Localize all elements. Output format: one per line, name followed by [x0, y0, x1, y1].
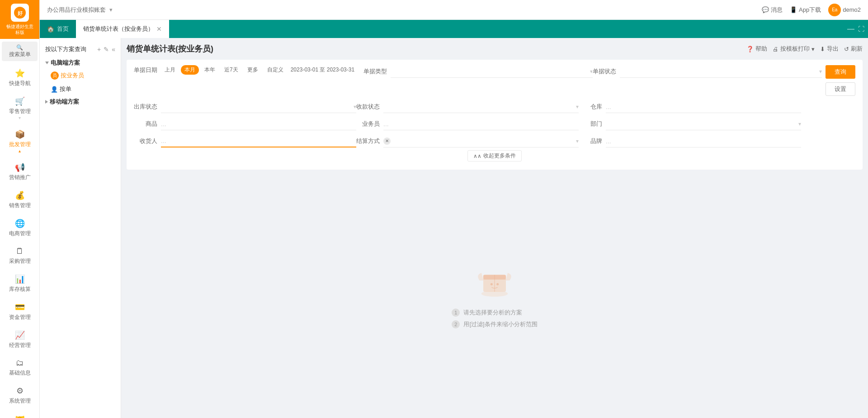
sidebar-item-inventory[interactable]: 📊 库存核算 [0, 270, 39, 298]
department-input[interactable]: ▾ [606, 118, 801, 130]
date-tab-7days[interactable]: 近7天 [221, 65, 242, 75]
date-tab-this-month[interactable]: 本月 [181, 65, 199, 75]
collapse-button[interactable]: ∧∧ 收起更多条件 [467, 150, 522, 162]
wholesale-arrow-icon: ▴ [19, 148, 21, 153]
sidebar-item-sales[interactable]: 💰 销售管理 [0, 186, 39, 214]
sidebar-item-operations[interactable]: 📈 经营管理 [0, 326, 39, 354]
settlement-input[interactable]: ✕ ▾ [383, 135, 579, 147]
brand-dots[interactable]: ... [606, 138, 611, 145]
ecommerce-icon: 🌐 [15, 218, 25, 228]
query-button[interactable]: 查询 [826, 65, 855, 79]
tree-group-desktop[interactable]: 电脑端方案 [40, 57, 121, 69]
out-status-input[interactable]: ▾ [161, 100, 356, 113]
tree-item-by-salesperson[interactable]: 员 按业务员 [40, 69, 121, 82]
refresh-button[interactable]: ↺ 刷新 [844, 45, 863, 53]
nav-dropdown-icon[interactable]: ▾ [109, 6, 113, 13]
retail-arrow-icon: ▾ [19, 115, 21, 120]
sidebar-item-ecommerce[interactable]: 🌐 电商管理 [0, 214, 39, 242]
help-label: 帮助 [755, 45, 767, 53]
recipient-input[interactable]: ... [161, 135, 356, 147]
sidebar-item-purchase[interactable]: 🗒 采购管理 [0, 242, 39, 270]
sidebar-item-quick-nav[interactable]: ⭐ 快捷导航 [0, 64, 39, 92]
brand-input[interactable]: ... [606, 135, 801, 147]
settlement-clear-button[interactable]: ✕ [383, 138, 391, 145]
collect-status-input[interactable]: ▾ [383, 100, 579, 113]
retail-icon: 🛒 [15, 96, 25, 106]
tab-minimize-button[interactable]: — [847, 25, 854, 33]
collapse-panel-button[interactable]: « [112, 46, 115, 53]
filter-box: 单据日期 上月 本月 本年 近7天 更多 自定义 2023-03-01 至 20… [127, 60, 863, 170]
app-logo[interactable]: 好 畅捷通好生意 标版 [0, 0, 39, 39]
salesperson-dots[interactable]: ... [383, 120, 389, 128]
tabs-bar: 🏠 首页 销货单统计表（按业务员） ✕ — ⛶ [40, 20, 868, 38]
setting-button[interactable]: 设置 [826, 82, 855, 96]
date-tab-last-month[interactable]: 上月 [161, 65, 179, 75]
date-range-display: 2023-03-01 至 2023-03-31 [291, 66, 354, 74]
date-tab-more[interactable]: 更多 [244, 65, 262, 75]
operations-icon: 📈 [15, 330, 25, 340]
home-icon: 🏠 [47, 26, 54, 33]
doc-type-input[interactable]: ▾ [391, 65, 593, 78]
salesperson-circle-icon: 员 [51, 71, 59, 80]
system-icon: ⚙ [16, 386, 24, 396]
empty-tips: 1 请先选择要分析的方案 2 用[过滤]条件来缩小分析范围 [452, 309, 537, 328]
sidebar-item-enterprise[interactable]: 🤝 企业协同 [0, 409, 39, 418]
add-scheme-button[interactable]: + [97, 46, 101, 53]
tab-sales-stat[interactable]: 销货单统计表（按业务员） ✕ [76, 20, 169, 38]
sidebar-label-inventory: 库存核算 [9, 285, 31, 293]
out-status-arrow-icon: ▾ [354, 104, 356, 110]
sidebar-item-marketing[interactable]: 📢 营销推广 [0, 158, 39, 186]
tree-item-order-label: 按单 [60, 85, 71, 93]
warehouse-input[interactable]: ... [606, 100, 801, 113]
left-panel: 按以下方案查询 + ✎ « 电脑端方案 员 按业务员 👤 按单 [40, 38, 121, 418]
date-tab-custom[interactable]: 自定义 [264, 65, 287, 75]
recipient-dots[interactable]: ... [161, 137, 166, 144]
help-button[interactable]: ❓ 帮助 [746, 45, 767, 53]
message-icon: 💬 [762, 6, 769, 13]
sidebar-item-base-info[interactable]: 🗂 基础信息 [0, 354, 39, 381]
tree-item-salesperson-label: 按业务员 [61, 71, 84, 80]
svg-text:好: 好 [17, 10, 23, 16]
sidebar-item-finance[interactable]: 💳 资金管理 [0, 298, 39, 326]
date-tab-this-year[interactable]: 本年 [201, 65, 219, 75]
logo-text: 畅捷通好生意 标版 [6, 24, 33, 35]
warehouse-dots[interactable]: ... [606, 103, 611, 110]
sidebar-item-wholesale[interactable]: 📦 批发管理 ▴ [0, 125, 39, 158]
salesperson-input[interactable]: ... [383, 118, 579, 130]
edit-scheme-button[interactable]: ✎ [104, 46, 109, 53]
right-panel: 销货单统计表(按业务员) ❓ 帮助 🖨 按模板打印 ▾ ⬇ 导出 [121, 38, 868, 418]
inventory-icon: 📊 [15, 274, 25, 284]
filter-actions: 查询 设置 [826, 65, 855, 96]
goods-input[interactable]: ... [161, 118, 356, 130]
export-icon: ⬇ [820, 46, 825, 52]
tree-item-by-order[interactable]: 👤 按单 [40, 82, 121, 96]
doc-status-input[interactable]: ▾ [620, 65, 822, 78]
date-tabs: 上月 本月 本年 近7天 更多 自定义 2023-03-01 至 2023-03… [161, 65, 363, 75]
sidebar-label-retail: 零售管理 [9, 108, 31, 115]
app-download-button[interactable]: 📱 App下载 [790, 6, 821, 14]
warehouse-label: 仓库 [579, 103, 606, 111]
svg-point-7 [491, 283, 493, 285]
goods-label: 商品 [134, 120, 161, 128]
refresh-label: 刷新 [851, 45, 863, 53]
sidebar-item-retail[interactable]: 🛒 零售管理 ▾ [0, 92, 39, 125]
sidebar-item-system[interactable]: ⚙ 系统管理 [0, 381, 39, 409]
refresh-icon: ↺ [844, 46, 849, 52]
tree-group-mobile[interactable]: 移动端方案 [40, 96, 121, 108]
template-print-button[interactable]: 🖨 按模板打印 ▾ [773, 45, 815, 53]
goods-dots[interactable]: ... [161, 120, 166, 128]
sidebar-label-marketing: 营销推广 [9, 174, 31, 181]
message-label: 消息 [771, 6, 783, 14]
doc-type-label: 单据类型 [363, 67, 391, 76]
message-button[interactable]: 💬 消息 [762, 6, 783, 14]
export-button[interactable]: ⬇ 导出 [820, 45, 839, 53]
sidebar-item-search[interactable]: 🔍 搜索菜单 [2, 42, 38, 61]
empty-tip-2-text: 用[过滤]条件来缩小分析范围 [463, 320, 537, 328]
tab-close-button[interactable]: ✕ [156, 25, 162, 33]
department-label: 部门 [579, 120, 606, 128]
base-info-icon: 🗂 [16, 358, 24, 368]
tab-maximize-button[interactable]: ⛶ [858, 25, 864, 33]
tab-home[interactable]: 🏠 首页 [40, 20, 76, 38]
sidebar-label-wholesale: 批发管理 [9, 141, 31, 148]
user-menu[interactable]: Ea demo2 [828, 4, 861, 16]
